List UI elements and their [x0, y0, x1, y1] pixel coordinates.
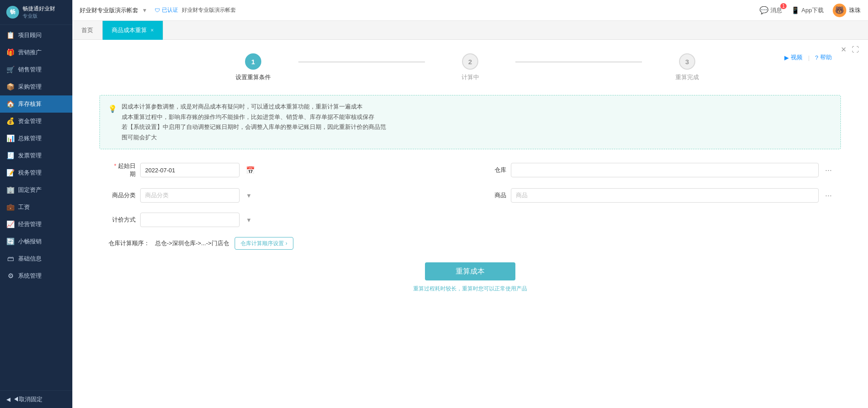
sidebar-item-sales[interactable]: 🛒 销售管理 — [0, 61, 72, 78]
warehouse-order-settings-button[interactable]: 仓库计算顺序设置 › — [235, 237, 293, 250]
warehouse-more-icon[interactable]: ··· — [825, 166, 832, 175]
shield-icon: 🛡 — [155, 7, 160, 14]
sidebar-item-tax[interactable]: 📝 税务管理 — [0, 164, 72, 181]
sidebar-item-label: 采购管理 — [18, 83, 42, 91]
sidebar-item-label: 发票管理 — [18, 152, 42, 160]
sidebar-item-salary[interactable]: 💼 工资 — [0, 199, 72, 216]
sidebar: 畅 畅捷通好业财 专业版 📋 项目顾问 🎁 营销推广 🛒 销售管理 📦 采购管理… — [0, 0, 72, 408]
form-section: * 起始日期 2022-07-01 📅 仓库 ··· 商品分类 — [99, 162, 841, 293]
category-label: 商品分类 — [108, 191, 136, 199]
finance-icon: 💰 — [6, 117, 14, 125]
system-icon: ⚙ — [6, 272, 14, 280]
info-text: 因成本计算参数调整，或是对商品成本有疑问时，可以通过成本重算功能，重新计算一遍成… — [122, 102, 386, 142]
salary-icon: 💼 — [6, 203, 14, 211]
step-line-1-2 — [298, 62, 425, 62]
sidebar-bottom-label: ◀取消固定 — [13, 395, 42, 403]
expand-icon[interactable]: ⛶ — [852, 46, 859, 54]
username-label: 珠珠 — [849, 6, 861, 14]
sidebar-item-label: 基础信息 — [18, 255, 42, 263]
message-button[interactable]: 💬 1 消息 — [760, 6, 782, 14]
app-download-button[interactable]: 📱 App下载 — [791, 6, 824, 14]
step-progress: 1 设置重算条件 2 计算中 3 重算完成 — [99, 53, 841, 81]
goods-label: 商品 — [479, 191, 506, 199]
bulb-icon: 💡 — [108, 103, 117, 142]
tabs-bar: 首页 商品成本重算 × — [72, 21, 868, 40]
category-field: 商品分类 商品分类 ▼ — [108, 188, 461, 203]
step-3-label: 重算完成 — [675, 73, 699, 81]
step-2-label: 计算中 — [462, 73, 479, 81]
close-icon[interactable]: × — [841, 44, 846, 55]
goods-field: 商品 商品 ··· — [479, 188, 832, 203]
warehouse-order-label: 仓库计算顺序： — [108, 239, 150, 247]
warehouse-input[interactable] — [511, 163, 819, 177]
recalc-section: 重算成本 重算过程耗时较长，重算时您可以正常使用产品 — [108, 262, 832, 293]
sidebar-item-label: 营销推广 — [18, 48, 42, 57]
topbar: 好业财专业版演示帐套 ▼ 🛡 已认证 好业财专业版演示帐套 💬 1 消息 📱 A… — [72, 0, 868, 21]
purchase-icon: 📦 — [6, 83, 14, 91]
sidebar-item-label: 总账管理 — [18, 134, 42, 142]
recalc-hint: 重算过程耗时较长，重算时您可以正常使用产品 — [413, 285, 527, 293]
topbar-account-name: 好业财专业版演示帐套 — [80, 6, 138, 14]
warehouse-label: 仓库 — [479, 166, 506, 174]
chevron-down-icon[interactable]: ▼ — [142, 7, 147, 14]
step-2: 2 计算中 — [425, 53, 515, 81]
window-controls: × ⛶ — [841, 44, 859, 55]
step-3: 3 重算完成 — [642, 53, 732, 81]
sidebar-item-finance[interactable]: 💰 资金管理 — [0, 113, 72, 130]
start-date-input[interactable]: 2022-07-01 — [140, 163, 240, 177]
form-row-2: 商品分类 商品分类 ▼ 商品 商品 ··· — [108, 188, 832, 203]
sidebar-item-expense[interactable]: 🔄 小畅报销 — [0, 233, 72, 250]
sidebar-item-accounting[interactable]: 📊 总账管理 — [0, 130, 72, 147]
sidebar-item-basic[interactable]: 🗃 基础信息 — [0, 250, 72, 267]
sidebar-item-system[interactable]: ⚙ 系统管理 — [0, 267, 72, 285]
form-row-1: * 起始日期 2022-07-01 📅 仓库 ··· — [108, 162, 832, 178]
tab-home[interactable]: 首页 — [72, 21, 103, 40]
info-box: 💡 因成本计算参数调整，或是对商品成本有疑问时，可以通过成本重算功能，重新计算一… — [99, 95, 841, 149]
sidebar-item-label: 系统管理 — [18, 272, 42, 280]
step-1-circle: 1 — [245, 53, 261, 70]
sidebar-pin-toggle[interactable]: ◀ ◀取消固定 — [0, 390, 72, 408]
pricing-chevron-icon[interactable]: ▼ — [246, 217, 252, 223]
start-date-field: * 起始日期 2022-07-01 📅 — [108, 162, 461, 178]
project-icon: 📋 — [6, 31, 14, 39]
tax-icon: 📝 — [6, 169, 14, 177]
category-chevron-icon[interactable]: ▼ — [246, 192, 252, 199]
sidebar-item-operation[interactable]: 📈 经营管理 — [0, 216, 72, 233]
goods-more-icon[interactable]: ··· — [825, 191, 832, 200]
category-input[interactable]: 商品分类 — [140, 188, 240, 203]
sidebar-item-inventory[interactable]: 🏠 库存核算 — [0, 95, 72, 113]
message-icon: 💬 — [760, 6, 769, 14]
sidebar-item-label: 库存核算 — [18, 100, 42, 108]
content-area: × ⛶ ▶ 视频 | ? 帮助 1 设置重算条件 — [72, 40, 868, 408]
step-2-circle: 2 — [462, 53, 478, 70]
pricing-input[interactable] — [140, 213, 240, 227]
step-3-circle: 3 — [679, 53, 695, 70]
logo-icon: 畅 — [6, 6, 19, 19]
assets-icon: 🏢 — [6, 186, 14, 194]
calendar-icon[interactable]: 📅 — [246, 166, 255, 175]
topbar-account[interactable]: 好业财专业版演示帐套 ▼ — [80, 6, 147, 14]
sidebar-item-label: 税务管理 — [18, 169, 42, 177]
recalc-button[interactable]: 重算成本 — [425, 262, 515, 280]
sidebar-item-label: 项目顾问 — [18, 31, 42, 39]
sidebar-item-project[interactable]: 📋 项目顾问 — [0, 27, 72, 44]
sidebar-item-invoice[interactable]: 🧾 发票管理 — [0, 147, 72, 164]
user-menu[interactable]: 🐻 珠珠 — [833, 4, 861, 17]
sidebar-item-assets[interactable]: 🏢 固定资产 — [0, 181, 72, 199]
step-line-2-3 — [515, 62, 642, 62]
message-badge: 1 — [780, 3, 787, 9]
required-mark: * — [114, 162, 118, 169]
operation-icon: 📈 — [6, 220, 14, 228]
goods-input[interactable]: 商品 — [511, 188, 819, 203]
basic-icon: 🗃 — [6, 255, 14, 263]
sidebar-item-marketing[interactable]: 🎁 营销推广 — [0, 44, 72, 61]
tab-recalc[interactable]: 商品成本重算 × — [103, 21, 163, 40]
sidebar-nav: 📋 项目顾问 🎁 营销推广 🛒 销售管理 📦 采购管理 🏠 库存核算 💰 资金管… — [0, 25, 72, 390]
invoice-icon: 🧾 — [6, 152, 14, 160]
topbar-right: 💬 1 消息 📱 App下载 🐻 珠珠 — [760, 4, 861, 17]
sidebar-logo: 畅 畅捷通好业财 专业版 — [0, 0, 72, 25]
sidebar-item-purchase[interactable]: 📦 采购管理 — [0, 78, 72, 95]
tab-close-icon[interactable]: × — [151, 27, 154, 33]
pin-icon: ◀ — [6, 396, 10, 403]
start-date-label: * 起始日期 — [108, 162, 136, 178]
